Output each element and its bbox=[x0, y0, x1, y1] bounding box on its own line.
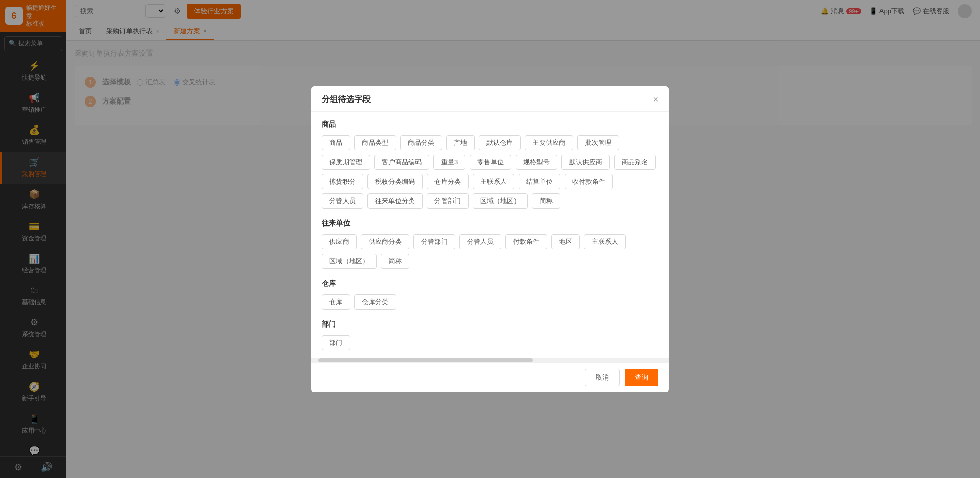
modal-overlay: 分组待选字段 × 商品 商品 商品类型 商品分类 产地 默认仓库 主要供应商 批… bbox=[0, 0, 980, 478]
field-tag[interactable]: 主联系人 bbox=[473, 174, 514, 189]
modal-footer: 取消 查询 bbox=[311, 362, 669, 392]
section-warehouse: 仓库 仓库 仓库分类 bbox=[322, 279, 658, 310]
modal-header: 分组待选字段 × bbox=[311, 86, 669, 112]
field-tag[interactable]: 商品分类 bbox=[400, 135, 442, 150]
field-tag[interactable]: 地区 bbox=[551, 234, 580, 249]
field-tag[interactable]: 拣货积分 bbox=[322, 174, 363, 189]
field-tag[interactable]: 默认仓库 bbox=[479, 135, 521, 150]
section-department-title: 部门 bbox=[322, 320, 658, 329]
field-tag[interactable]: 客户商品编码 bbox=[374, 155, 429, 170]
field-tag[interactable]: 简称 bbox=[381, 254, 409, 269]
field-tag[interactable]: 收付款条件 bbox=[565, 174, 613, 189]
field-tag[interactable]: 仓库分类 bbox=[354, 294, 396, 310]
confirm-button[interactable]: 查询 bbox=[625, 369, 658, 386]
warehouse-field-tags: 仓库 仓库分类 bbox=[322, 294, 658, 310]
field-tag[interactable]: 默认供应商 bbox=[561, 155, 610, 170]
field-tag[interactable]: 往来单位分类 bbox=[368, 193, 423, 209]
modal-close-button[interactable]: × bbox=[653, 94, 658, 105]
field-tag[interactable]: 税收分类编码 bbox=[368, 174, 423, 189]
field-tag[interactable]: 主联系人 bbox=[584, 234, 626, 249]
field-tag[interactable]: 仓库 bbox=[322, 294, 350, 310]
cancel-button[interactable]: 取消 bbox=[585, 369, 620, 386]
field-tag[interactable]: 分管部门 bbox=[413, 234, 455, 249]
section-department: 部门 部门 bbox=[322, 320, 658, 350]
section-counterpart-title: 往来单位 bbox=[322, 219, 658, 228]
field-tag[interactable]: 付款条件 bbox=[505, 234, 547, 249]
field-tag[interactable]: 产地 bbox=[446, 135, 475, 150]
modal-scroll-thumb bbox=[318, 358, 533, 362]
field-tag[interactable]: 部门 bbox=[322, 335, 350, 350]
field-tag[interactable]: 区域（地区） bbox=[322, 254, 377, 269]
field-tag[interactable]: 仓库分类 bbox=[427, 174, 469, 189]
field-tag[interactable]: 规格型号 bbox=[516, 155, 557, 170]
field-tag[interactable]: 商品 bbox=[322, 135, 350, 150]
field-tag[interactable]: 主要供应商 bbox=[525, 135, 573, 150]
modal-title: 分组待选字段 bbox=[322, 94, 371, 105]
field-tag[interactable]: 分管人员 bbox=[459, 234, 501, 249]
modal-body[interactable]: 商品 商品 商品类型 商品分类 产地 默认仓库 主要供应商 批次管理 保质期管理… bbox=[311, 112, 669, 358]
field-tag[interactable]: 商品类型 bbox=[354, 135, 396, 150]
field-tag[interactable]: 重量3 bbox=[433, 155, 465, 170]
field-tag[interactable]: 区域（地区） bbox=[473, 193, 528, 209]
section-product-title: 商品 bbox=[322, 120, 658, 129]
field-select-modal: 分组待选字段 × 商品 商品 商品类型 商品分类 产地 默认仓库 主要供应商 批… bbox=[311, 86, 669, 392]
modal-horizontal-scrollbar[interactable] bbox=[311, 358, 669, 362]
field-tag[interactable]: 供应商分类 bbox=[361, 234, 409, 249]
product-field-tags: 商品 商品类型 商品分类 产地 默认仓库 主要供应商 批次管理 保质期管理 客户… bbox=[322, 135, 658, 209]
section-product: 商品 商品 商品类型 商品分类 产地 默认仓库 主要供应商 批次管理 保质期管理… bbox=[322, 120, 658, 209]
field-tag[interactable]: 分管人员 bbox=[322, 193, 363, 209]
field-tag[interactable]: 保质期管理 bbox=[322, 155, 370, 170]
field-tag[interactable]: 分管部门 bbox=[427, 193, 469, 209]
department-field-tags: 部门 bbox=[322, 335, 658, 350]
field-tag[interactable]: 商品别名 bbox=[614, 155, 656, 170]
field-tag[interactable]: 供应商 bbox=[322, 234, 357, 249]
section-warehouse-title: 仓库 bbox=[322, 279, 658, 288]
counterpart-field-tags: 供应商 供应商分类 分管部门 分管人员 付款条件 地区 主联系人 区域（地区） … bbox=[322, 234, 658, 269]
field-tag[interactable]: 零售单位 bbox=[470, 155, 511, 170]
field-tag[interactable]: 批次管理 bbox=[577, 135, 619, 150]
field-tag[interactable]: 结算单位 bbox=[519, 174, 560, 189]
field-tag[interactable]: 简称 bbox=[532, 193, 560, 209]
section-counterpart: 往来单位 供应商 供应商分类 分管部门 分管人员 付款条件 地区 主联系人 区域… bbox=[322, 219, 658, 269]
